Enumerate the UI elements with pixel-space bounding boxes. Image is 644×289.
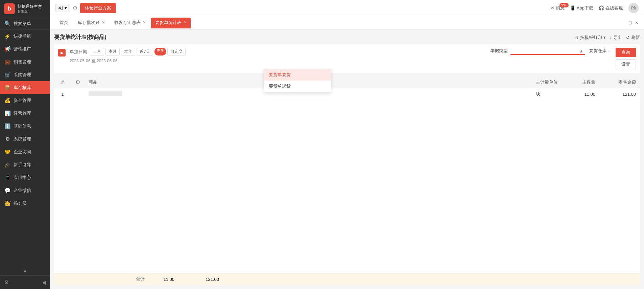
tabs-actions: ⊡ ✕: [628, 20, 639, 25]
cell-amount: 121.00: [599, 88, 640, 100]
topbar: 41 ▾ ⚙ 体验行业方案 ✉ 消息 99+ 📱 App下载 🎧 在线客服 Ri…: [50, 0, 644, 16]
sidebar-item-marketing[interactable]: 📢 营销推广: [0, 43, 50, 55]
message-badge[interactable]: ✉ 消息 99+: [551, 5, 565, 11]
finance-icon: 💰: [4, 97, 11, 104]
purchase-icon: 🛒: [4, 72, 11, 78]
sidebar-item-wechat[interactable]: 💬 企业微信: [0, 184, 50, 197]
guide-icon: 🎓: [4, 162, 11, 168]
settings-icon[interactable]: ⚙: [4, 279, 9, 286]
sidebar-item-inventory[interactable]: 📦 库存核算: [0, 81, 50, 94]
tab-order-stats-close[interactable]: ✕: [184, 20, 187, 25]
data-table: # ⚙ 商品 主计量单位 主数量 零售金额 1: [54, 76, 640, 100]
query-button[interactable]: 查询: [616, 48, 636, 57]
chevron-down-icon: ▾: [65, 5, 67, 10]
cell-settings: [71, 88, 85, 100]
col-header-settings: ⚙: [71, 76, 85, 88]
page-actions: 🖨 按模板打印 ▾ ↓ 导出 ↺ 刷新: [574, 35, 640, 41]
warehouse-label: 要货仓库: [589, 48, 606, 54]
sidebar-item-operations[interactable]: 📊 经营管理: [0, 107, 50, 120]
tab-order-stats[interactable]: 要货单统计表 ✕: [151, 18, 191, 28]
tab-close-all-icon[interactable]: ✕: [635, 20, 639, 25]
sidebar-item-basics[interactable]: ℹ️ 基础信息: [0, 120, 50, 133]
warehouse-dots[interactable]: ···: [608, 48, 612, 53]
sidebar-item-sales[interactable]: 💼 销售管理: [0, 55, 50, 68]
type-input[interactable]: [510, 48, 585, 55]
sidebar-item-purchase[interactable]: 🛒 采购管理: [0, 68, 50, 81]
collapse-icon[interactable]: ◀: [42, 279, 46, 286]
tab-order-stats-label: 要货单统计表: [155, 20, 182, 26]
filter-date-row: 单据日期 上月 本月 本年 近7天 更多 自定义: [70, 48, 486, 55]
sidebar-nav: ⚡ 快捷导航 📢 营销推广 💼 销售管理 🛒 采购管理 📦 库存核算 💰 资金管…: [0, 30, 50, 268]
date-btn-this-year[interactable]: 本年: [121, 48, 135, 55]
tab-receipt-summary-close[interactable]: ✕: [143, 20, 146, 25]
tab-home-label: 首页: [59, 20, 68, 26]
sidebar-item-guide[interactable]: 🎓 新手引导: [0, 158, 50, 171]
product-placeholder: [89, 91, 122, 96]
date-btn-this-month[interactable]: 本月: [105, 48, 120, 55]
topbar-right: ✉ 消息 99+ 📱 App下载 🎧 在线客服 Rit: [551, 3, 639, 13]
tab-receipt-summary[interactable]: 收发存汇总表 ✕: [110, 18, 150, 28]
user-avatar[interactable]: Rit: [628, 3, 639, 13]
filter-expand-button[interactable]: ▶: [58, 49, 66, 57]
sidebar-item-finance[interactable]: 💰 资金管理: [0, 94, 50, 107]
topbar-settings-icon[interactable]: ⚙: [73, 5, 77, 11]
wechat-icon: 💬: [4, 187, 11, 194]
date-buttons: 上月 本月 本年 近7天 更多 自定义: [90, 48, 186, 55]
tab-home[interactable]: 首页: [55, 18, 72, 28]
page-title-row: 要货单统计表(按商品) 🖨 按模板打印 ▾ ↓ 导出 ↺ 刷新: [54, 34, 640, 41]
print-button[interactable]: 🖨 按模板打印 ▾: [574, 35, 606, 41]
quick-icon: ⚡: [4, 33, 11, 39]
date-custom-btn[interactable]: 自定义: [167, 48, 186, 55]
sidebar-scroll-down[interactable]: ▼: [0, 268, 50, 275]
content: 要货单统计表(按商品) 🖨 按模板打印 ▾ ↓ 导出 ↺ 刷新 ▶: [50, 30, 644, 289]
dropdown-item-order[interactable]: 要货单要货: [264, 69, 331, 81]
sidebar-item-system[interactable]: ⚙ 系统管理: [0, 133, 50, 146]
tab-inventory-batch[interactable]: 库存批次账 ✕: [74, 18, 109, 28]
date-more-badge[interactable]: 更多: [154, 48, 166, 55]
sidebar-item-appstore[interactable]: 📱 应用中心: [0, 171, 50, 184]
filter-panel: ▶ 单据日期 上月 本月 本年 近7天 更多 自定义 2023-05-06 至 …: [54, 44, 640, 73]
online-service[interactable]: 🎧 在线客服: [599, 5, 623, 11]
message-icon: ✉: [551, 5, 554, 10]
print-chevron-icon: ▾: [603, 35, 606, 40]
export-button[interactable]: ↓ 导出: [610, 35, 622, 41]
logo-icon: b: [4, 3, 15, 14]
tab-inventory-batch-label: 库存批次账: [78, 20, 100, 26]
tab-inventory-batch-close[interactable]: ✕: [102, 20, 105, 25]
print-icon: 🖨: [574, 35, 579, 40]
logo-text: 畅捷通好生意 标准版: [18, 4, 42, 14]
sidebar-item-member[interactable]: 👑 畅会员: [0, 197, 50, 210]
export-icon: ↓: [610, 35, 612, 40]
table-row: 1 块 11.00 121.00: [54, 88, 640, 100]
date-btn-last-month[interactable]: 上月: [90, 48, 104, 55]
sidebar-search[interactable]: 🔍 搜索菜单: [0, 18, 50, 30]
app-download[interactable]: 📱 App下载: [570, 5, 593, 11]
topbar-left: 41 ▾ ⚙ 体验行业方案: [55, 3, 551, 13]
sidebar-logo: b 畅捷通好生意 标准版: [0, 0, 50, 18]
date-range-display: 2023-05-06 至 2023-06-06: [70, 58, 486, 64]
company-selector[interactable]: 41 ▾: [55, 4, 70, 12]
col-header-unit: 主计量单位: [532, 76, 566, 88]
trial-button[interactable]: 体验行业方案: [80, 3, 116, 13]
footer-label: 合计: [58, 276, 145, 282]
search-icon: 🔍: [4, 21, 11, 27]
message-count: 99+: [559, 3, 569, 7]
filter-settings-button[interactable]: 设置: [616, 59, 636, 69]
dropdown-item-return[interactable]: 要货单退货: [264, 81, 331, 92]
sidebar-item-enterprise[interactable]: 🤝 企业协同: [0, 146, 50, 158]
sidebar-item-quick[interactable]: ⚡ 快捷导航: [0, 30, 50, 43]
col-header-num: #: [54, 76, 71, 88]
column-settings-icon[interactable]: ⚙: [75, 79, 80, 85]
type-dropdown-icon[interactable]: ▲: [579, 48, 583, 53]
sidebar-footer: ⚙ ◀: [0, 275, 50, 289]
refresh-button[interactable]: ↺ 刷新: [626, 35, 640, 41]
footer-qty: 11.00: [145, 277, 178, 282]
company-num: 41: [58, 5, 63, 10]
refresh-icon: ↺: [626, 35, 630, 40]
date-btn-recent7[interactable]: 近7天: [137, 48, 153, 55]
member-icon: 👑: [4, 200, 11, 206]
table-footer: 合计 11.00 121.00: [54, 273, 640, 285]
tab-maximize-icon[interactable]: ⊡: [628, 20, 632, 25]
table-header-row: # ⚙ 商品 主计量单位 主数量 零售金额: [54, 76, 640, 88]
filter-type-section: 单据类型 ▲: [490, 48, 585, 55]
